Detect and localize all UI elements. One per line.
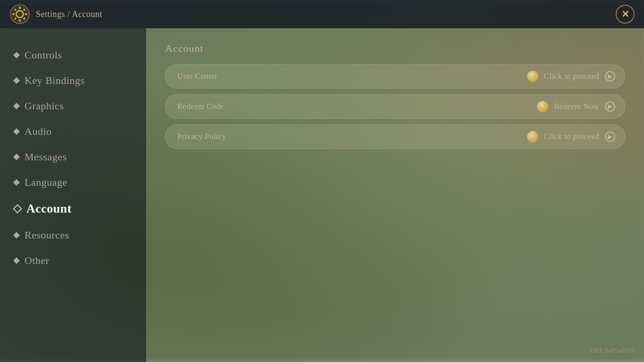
sidebar-item-audio[interactable]: Audio: [0, 119, 146, 144]
sidebar-item-resources[interactable]: Resources: [0, 222, 146, 248]
sidebar: ControlsKey BindingsGraphicsAudioMessage…: [0, 28, 146, 362]
svg-rect-2: [19, 19, 21, 22]
sidebar-item-label: Controls: [25, 49, 62, 61]
sidebar-item-label: Audio: [25, 125, 52, 138]
setting-label: Redeem Code: [177, 102, 537, 111]
svg-rect-3: [12, 13, 15, 15]
arrow-right-icon: ▶: [605, 71, 615, 82]
setting-value: Click to proceed: [544, 132, 599, 141]
setting-label: User Center: [177, 72, 527, 81]
header: Settings / Account ✕: [0, 0, 644, 28]
diamond-icon: [13, 103, 20, 109]
sidebar-item-account[interactable]: Account: [0, 195, 146, 222]
dot-icon: [527, 71, 538, 82]
diamond-icon: [13, 232, 20, 239]
sidebar-item-language[interactable]: Language: [0, 170, 146, 195]
diamond-icon: [13, 179, 20, 186]
sidebar-item-key-bindings[interactable]: Key Bindings: [0, 68, 146, 93]
section-title: Account: [165, 42, 625, 55]
diamond-icon: [13, 154, 20, 160]
setting-right: Click to proceed▶: [527, 71, 615, 82]
setting-right: Redeem Now▶: [537, 101, 615, 112]
uid-display: UID: 840548959: [590, 347, 635, 355]
main-content: Account User CenterClick to proceed▶Rede…: [146, 28, 644, 362]
gear-icon: [9, 4, 30, 25]
sidebar-item-label: Other: [25, 255, 50, 267]
arrow-right-icon: ▶: [605, 101, 615, 112]
sidebar-item-other[interactable]: Other: [0, 248, 146, 273]
diamond-icon: [13, 257, 20, 264]
arrow-right-icon: ▶: [605, 132, 615, 142]
diamond-icon: [13, 52, 20, 58]
breadcrumb: Settings / Account: [36, 9, 102, 19]
setting-right: Click to proceed▶: [527, 131, 615, 142]
header-left: Settings / Account: [9, 4, 102, 25]
setting-label: Privacy Policy: [177, 132, 527, 141]
diamond-icon: [13, 128, 20, 135]
setting-value: Redeem Now: [554, 102, 599, 111]
sidebar-item-label: Language: [25, 176, 67, 189]
sidebar-item-label: Graphics: [25, 100, 64, 112]
svg-rect-1: [19, 7, 21, 9]
sidebar-item-label: Account: [26, 202, 72, 216]
svg-rect-4: [25, 13, 27, 15]
sidebar-item-label: Key Bindings: [25, 74, 85, 87]
sidebar-item-controls[interactable]: Controls: [0, 42, 146, 68]
setting-value: Click to proceed: [544, 72, 599, 81]
sidebar-item-label: Messages: [25, 151, 67, 163]
close-button[interactable]: ✕: [616, 5, 635, 24]
diamond-icon: [13, 77, 20, 84]
setting-row-user-center[interactable]: User CenterClick to proceed▶: [165, 64, 625, 89]
setting-row-redeem-code[interactable]: Redeem CodeRedeem Now▶: [165, 94, 625, 119]
sidebar-item-label: Resources: [25, 229, 69, 241]
setting-row-privacy-policy[interactable]: Privacy PolicyClick to proceed▶: [165, 124, 625, 149]
dot-icon: [537, 101, 548, 112]
dot-icon: [527, 131, 538, 142]
sidebar-item-messages[interactable]: Messages: [0, 144, 146, 170]
sidebar-item-graphics[interactable]: Graphics: [0, 93, 146, 119]
active-diamond-icon: [13, 204, 22, 214]
